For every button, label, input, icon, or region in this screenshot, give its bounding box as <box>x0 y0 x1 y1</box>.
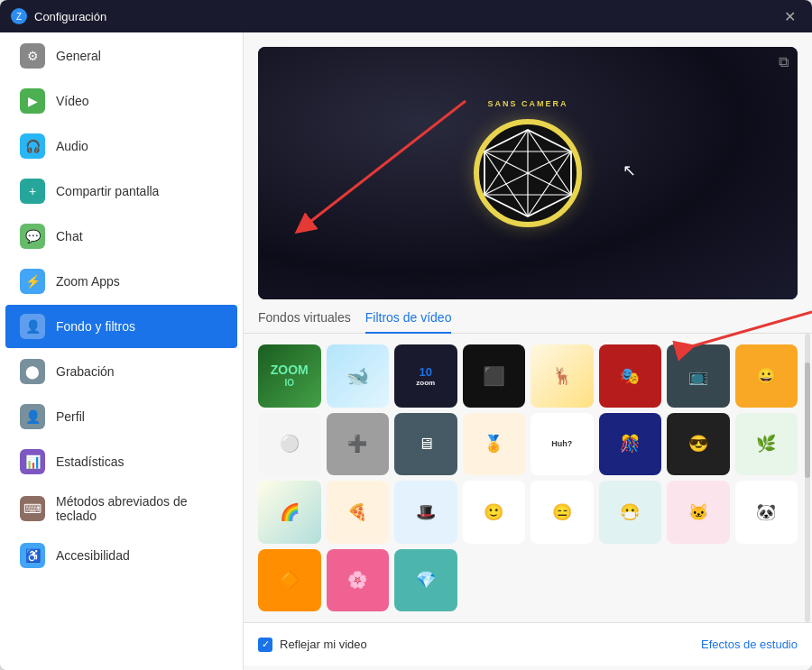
sidebar-icon-zoomapps: ⚡ <box>20 269 45 294</box>
sidebar-item-chat[interactable]: 💬 Chat <box>5 215 237 258</box>
filter-item[interactable]: 🌈 <box>258 481 321 544</box>
sidebar-item-accessibility[interactable]: ♿ Accesibilidad <box>5 534 237 577</box>
logo-circle: SANS CAMERA <box>474 119 582 227</box>
sidebar-item-stats[interactable]: 📊 Estadísticas <box>5 440 237 483</box>
sidebar-item-audio[interactable]: 🎧 Audio <box>5 124 237 168</box>
sidebar-icon-accessibility: ♿ <box>20 543 45 568</box>
filter-item[interactable]: 😷 <box>599 481 662 544</box>
svg-line-7 <box>484 130 528 195</box>
sidebar-item-share[interactable]: + Compartir pantalla <box>5 170 237 213</box>
sidebar-label-video: Vídeo <box>56 94 89 108</box>
sidebar-icon-share: + <box>20 179 45 204</box>
svg-line-6 <box>528 130 571 195</box>
filter-item[interactable]: 🌸 <box>327 549 390 612</box>
sidebar-item-keyboard[interactable]: ⌨ Métodos abreviados de teclado <box>5 485 237 532</box>
app-window: Z Configuración ✕ ⚙ General ▶ Vídeo 🎧 Au… <box>0 0 812 670</box>
video-logo: SANS CAMERA <box>474 119 582 227</box>
filter-item[interactable]: 📺 <box>667 344 730 408</box>
filter-item[interactable]: 🍕 <box>327 481 390 544</box>
sidebar-icon-stats: 📊 <box>20 449 45 474</box>
content-area: ⚙ General ▶ Vídeo 🎧 Audio + Compartir pa… <box>0 32 812 670</box>
sidebar-label-keyboard: Métodos abreviados de teclado <box>56 494 223 523</box>
filter-item[interactable]: ⬛ <box>463 344 526 408</box>
logo-text: SANS CAMERA <box>487 99 567 108</box>
filter-item[interactable]: 🏅 <box>463 413 526 476</box>
mirror-label: ✓ Reflejar mi video <box>258 638 367 652</box>
sidebar-label-share: Compartir pantalla <box>56 184 159 198</box>
sidebar-item-zoomapps[interactable]: ⚡ Zoom Apps <box>5 260 237 303</box>
sidebar-icon-profile: 👤 <box>20 404 45 429</box>
sidebar-label-accessibility: Accesibilidad <box>56 548 130 563</box>
scrollbar-track[interactable] <box>805 334 810 622</box>
sidebar-item-video[interactable]: ▶ Vídeo <box>5 79 237 123</box>
close-button[interactable]: ✕ <box>779 6 801 27</box>
svg-line-9 <box>484 151 528 216</box>
filter-item[interactable]: 🙂 <box>463 481 526 544</box>
mirror-checkbox[interactable]: ✓ <box>258 638 272 652</box>
titlebar: Z Configuración ✕ <box>0 0 812 32</box>
sidebar-icon-general: ⚙ <box>20 43 45 69</box>
filter-grid-wrapper: ZOOMIO🐋10zoom⬛🦌🎭📺😀⚪➕🖥🏅Huh?🎊😎🌿🌈🍕🎩🙂😑😷🐱🐼🔶🌸💎 <box>244 334 812 622</box>
filter-item[interactable]: 🎩 <box>394 481 457 544</box>
mirror-text: Reflejar mi video <box>280 638 367 651</box>
filter-item[interactable]: 10zoom <box>394 344 457 408</box>
bottom-bar: ✓ Reflejar mi video Efectos de estudio <box>244 622 812 665</box>
sidebar-label-chat: Chat <box>56 229 83 243</box>
filter-item[interactable]: 🐋 <box>327 344 390 408</box>
expand-icon[interactable]: ⧉ <box>779 54 789 70</box>
sidebar-icon-background: 👤 <box>20 314 45 339</box>
scrollbar-thumb[interactable] <box>805 363 810 478</box>
sidebar-label-profile: Perfil <box>56 409 85 424</box>
sidebar-label-zoomapps: Zoom Apps <box>56 274 120 289</box>
filter-item[interactable]: 🌿 <box>735 413 798 476</box>
tab-virtual-bg[interactable]: Fondos virtuales <box>258 310 351 334</box>
sidebar-icon-audio: 🎧 <box>20 133 45 159</box>
sidebar-item-general[interactable]: ⚙ General <box>5 34 237 78</box>
sidebar-label-background: Fondo y filtros <box>56 319 135 334</box>
tabs-area: Fondos virtuales Filtros de vídeo <box>244 299 812 334</box>
sidebar-label-audio: Audio <box>56 139 88 153</box>
filter-item[interactable]: 🖥 <box>394 413 457 476</box>
filter-item[interactable]: 🔶 <box>258 549 321 612</box>
sidebar-icon-keyboard: ⌨ <box>20 496 45 521</box>
filter-item[interactable]: 🎊 <box>599 413 662 476</box>
filter-grid: ZOOMIO🐋10zoom⬛🦌🎭📺😀⚪➕🖥🏅Huh?🎊😎🌿🌈🍕🎩🙂😑😷🐱🐼🔶🌸💎 <box>258 344 798 611</box>
sidebar-item-profile[interactable]: 👤 Perfil <box>5 395 237 438</box>
filter-item[interactable]: 🐱 <box>667 481 730 544</box>
app-icon: Z <box>11 8 27 24</box>
window-title: Configuración <box>34 10 779 23</box>
filter-item[interactable]: 🐼 <box>735 481 798 544</box>
filter-item[interactable]: 😎 <box>667 413 730 476</box>
sidebar-icon-chat: 💬 <box>20 224 45 249</box>
filter-item[interactable]: 🦌 <box>531 344 594 408</box>
filter-item[interactable]: ⚪ <box>258 413 321 476</box>
sidebar-label-general: General <box>56 49 101 63</box>
sidebar-label-stats: Estadísticas <box>56 454 124 469</box>
filter-item[interactable]: 🎭 <box>599 344 662 408</box>
tab-video-filters[interactable]: Filtros de vídeo <box>365 310 452 334</box>
filter-item[interactable]: 😀 <box>735 344 798 408</box>
sidebar-item-background[interactable]: 👤 Fondo y filtros <box>5 305 237 348</box>
logo-svg <box>479 124 577 222</box>
filter-item[interactable]: ➕ <box>327 413 390 476</box>
sidebar-icon-video: ▶ <box>20 88 45 114</box>
sidebar-item-recording[interactable]: ⬤ Grabación <box>5 350 237 393</box>
studio-effects-link[interactable]: Efectos de estudio <box>701 638 798 651</box>
filter-item[interactable]: 💎 <box>394 549 457 612</box>
filter-item[interactable]: 😑 <box>531 481 594 544</box>
svg-line-8 <box>528 151 571 216</box>
main-content: SANS CAMERA <box>244 32 812 670</box>
filter-item[interactable]: Huh? <box>531 413 594 476</box>
video-preview: SANS CAMERA <box>258 47 798 299</box>
sidebar-label-recording: Grabación <box>56 364 115 379</box>
sidebar-icon-recording: ⬤ <box>20 359 45 384</box>
sidebar: ⚙ General ▶ Vídeo 🎧 Audio + Compartir pa… <box>0 32 244 670</box>
filter-grid-container[interactable]: ZOOMIO🐋10zoom⬛🦌🎭📺😀⚪➕🖥🏅Huh?🎊😎🌿🌈🍕🎩🙂😑😷🐱🐼🔶🌸💎 <box>244 334 812 622</box>
filter-item[interactable]: ZOOMIO <box>258 344 321 408</box>
